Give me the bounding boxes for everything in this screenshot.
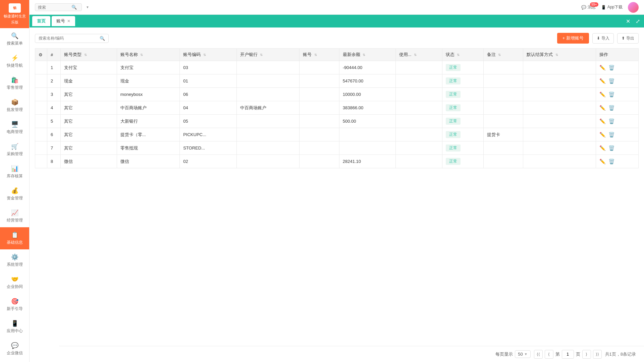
status-badge: 正常 — [446, 64, 461, 71]
sidebar-item-shortcuts[interactable]: ⚡快捷导航 — [0, 50, 29, 72]
page-size-select-box[interactable]: 50 ▼ — [515, 350, 530, 358]
sidebar-item-wholesale[interactable]: 📦批发管理 — [0, 95, 29, 117]
cell-type: 其它 — [61, 141, 117, 155]
message-icon: 💬 — [581, 5, 586, 10]
edit-icon[interactable]: ✏️ — [599, 145, 606, 151]
cell-usage — [395, 101, 442, 115]
edit-icon[interactable]: ✏️ — [599, 92, 606, 98]
delete-icon[interactable]: 🗑️ — [608, 159, 615, 165]
delete-icon[interactable]: 🗑️ — [608, 92, 615, 98]
cell-bank — [236, 115, 299, 128]
cell-status: 正常 — [442, 101, 483, 115]
delete-icon[interactable]: 🗑️ — [608, 145, 615, 151]
cell-bank: 中百商场账户 — [236, 101, 299, 115]
topbar-search-input[interactable] — [38, 5, 71, 10]
search-btn-icon[interactable]: 🔍 — [100, 36, 105, 41]
export-icon: ⬆ — [622, 36, 625, 41]
add-account-button[interactable]: + 新增账号 — [557, 33, 589, 44]
th-name[interactable]: 账号名称 ⇅ — [117, 49, 179, 61]
sidebar-item-finance[interactable]: 💰资金管理 — [0, 183, 29, 205]
page-last-btn[interactable]: ⟩⟩ — [593, 350, 602, 359]
cell-type: 其它 — [61, 128, 117, 141]
th-remark[interactable]: 备注 ⇅ — [483, 49, 523, 61]
sidebar-item-ecommerce[interactable]: 🖥️电商管理 — [0, 117, 29, 139]
page-label: 第 — [555, 351, 560, 357]
search-icon: 🔍 — [71, 5, 77, 10]
export-button[interactable]: ⬆ 导出 — [617, 33, 639, 44]
page-content: 🔍 + 新增账号 ⬇ 导入 ⬆ 导出 ⚙ # — [30, 27, 644, 362]
cell-balance: -90444.00 — [339, 61, 395, 74]
page-size-label: 每页显示 — [495, 351, 513, 357]
delete-icon[interactable]: 🗑️ — [608, 118, 615, 124]
tab-home-label: 首页 — [37, 18, 46, 24]
edit-icon[interactable]: ✏️ — [599, 159, 606, 165]
cell-remark — [483, 101, 523, 115]
topbar-search-box[interactable]: 🔍 — [35, 3, 82, 11]
app-download-button[interactable]: 📱 App下载 — [601, 4, 623, 10]
table-row: 5 其它 大新银行 05 500.00 正常 ✏️ 🗑️ — [35, 115, 639, 128]
cell-remark — [483, 74, 523, 88]
cell-usage — [395, 155, 442, 168]
import-button[interactable]: ⬇ 导入 — [592, 33, 614, 44]
sidebar-icon-app-center: 📱 — [11, 320, 18, 327]
status-badge: 正常 — [446, 91, 461, 98]
page-next-btn[interactable]: ⟩ — [582, 350, 591, 359]
delete-icon[interactable]: 🗑️ — [608, 65, 615, 71]
th-bank[interactable]: 开户银行 ⇅ — [236, 49, 299, 61]
sidebar-item-inventory[interactable]: 📊库存核算 — [0, 161, 29, 183]
th-code[interactable]: 账号编码 ⇅ — [180, 49, 237, 61]
page-navigation: ⟨⟨ ⟨ 第 页 ⟩ ⟩⟩ — [534, 350, 602, 359]
message-button[interactable]: 💬 消息 99+ — [581, 4, 596, 10]
cell-status: 正常 — [442, 88, 483, 101]
edit-icon[interactable]: ✏️ — [599, 118, 606, 124]
delete-icon[interactable]: 🗑️ — [608, 132, 615, 138]
sidebar-label-ecommerce: 电商管理 — [7, 129, 23, 135]
tab-accounts[interactable]: 账号 ✕ — [52, 16, 75, 26]
sidebar-item-retail[interactable]: 🛍️零售管理 — [0, 72, 29, 95]
edit-icon[interactable]: ✏️ — [599, 78, 606, 84]
page-prev-btn[interactable]: ⟨ — [545, 350, 553, 359]
sidebar-item-purchase[interactable]: 🛒采购管理 — [0, 139, 29, 161]
search-input[interactable] — [39, 36, 98, 41]
sidebar-item-search-menu[interactable]: 🔍搜索菜单 — [0, 28, 29, 50]
sidebar-icon-finance: 💰 — [11, 187, 18, 194]
page-first-btn[interactable]: ⟨⟨ — [534, 350, 543, 359]
tab-home[interactable]: 首页 — [32, 16, 50, 26]
search-box[interactable]: 🔍 — [35, 34, 109, 43]
th-status[interactable]: 状态 ⇅ — [442, 49, 483, 61]
delete-icon[interactable]: 🗑️ — [608, 78, 615, 84]
sidebar-item-new-guide[interactable]: 🎯新手引导 — [0, 294, 29, 316]
cell-code: 03 — [180, 61, 237, 74]
sidebar-item-app-center[interactable]: 📱应用中心 — [0, 316, 29, 338]
th-balance[interactable]: 最新余额 ⇅ — [339, 49, 395, 61]
edit-icon[interactable]: ✏️ — [599, 105, 606, 111]
edit-icon[interactable]: ✏️ — [599, 132, 606, 138]
tab-accounts-close[interactable]: ✕ — [67, 19, 70, 23]
cell-name: 现金 — [117, 74, 179, 88]
user-avatar[interactable] — [628, 2, 639, 13]
cell-name: 提货卡（零... — [117, 128, 179, 141]
delete-icon[interactable]: 🗑️ — [608, 105, 615, 111]
sidebar-item-system[interactable]: ⚙️系统管理 — [0, 249, 29, 272]
cell-usage — [395, 88, 442, 101]
th-usage[interactable]: 使用... ⇅ — [395, 49, 442, 61]
topbar-dropdown-arrow[interactable]: ▼ — [86, 5, 89, 9]
sidebar-item-basic-info[interactable]: 📋基础信息 — [0, 227, 29, 249]
th-account[interactable]: 账号 ⇅ — [300, 49, 339, 61]
sidebar-label-new-guide: 新手引导 — [7, 306, 23, 312]
th-default-payment[interactable]: 默认结算方式 ⇅ — [523, 49, 596, 61]
sidebar-item-enterprise-protocol[interactable]: 🤝企业协同 — [0, 272, 29, 294]
th-num: # — [47, 49, 61, 61]
cell-type: 现金 — [61, 74, 117, 88]
tabbar-expand-btn[interactable]: ⤢ — [634, 17, 641, 26]
th-type[interactable]: 账号类型 ⇅ — [61, 49, 117, 61]
tabbar-close-btn[interactable]: ✕ — [625, 17, 632, 26]
edit-icon[interactable]: ✏️ — [599, 65, 606, 71]
page-number-input[interactable] — [562, 350, 574, 359]
cell-settings — [35, 61, 47, 74]
sidebar-item-enterprise-wechat[interactable]: 💬企业微信 — [0, 338, 29, 360]
th-settings[interactable]: ⚙ — [35, 49, 47, 61]
sidebar-item-vip[interactable]: 👑畅会员 — [0, 360, 29, 362]
sidebar-item-operations[interactable]: 📈经营管理 — [0, 205, 29, 227]
cell-balance — [339, 128, 395, 141]
